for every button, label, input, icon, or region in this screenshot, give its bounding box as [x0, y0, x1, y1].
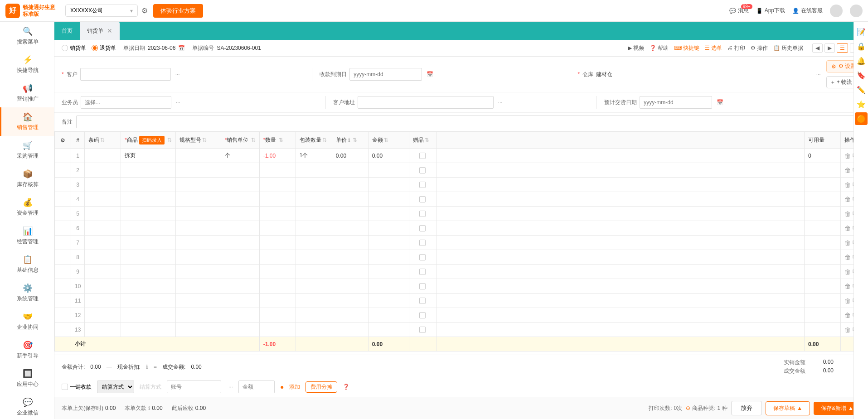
address-more-icon[interactable]: ··· — [498, 99, 503, 106]
row1-product[interactable]: 拆页 — [121, 149, 175, 163]
customer-address-input[interactable] — [358, 96, 494, 109]
right-panel-bell-icon[interactable]: 🔔 — [855, 54, 868, 67]
sidebar-item-purchase[interactable]: 🛒 采购管理 — [0, 136, 54, 164]
tab-sales-order[interactable]: 销货单 ✕ — [80, 22, 120, 40]
payment-account-input[interactable] — [167, 380, 221, 393]
tab-close-icon[interactable]: ✕ — [107, 27, 112, 34]
warehouse-more-icon[interactable]: ··· — [816, 71, 821, 77]
row3-delete-icon[interactable]: 🗑 — [844, 181, 851, 188]
row7-delete-icon[interactable]: 🗑 — [844, 239, 851, 246]
row4-delete-icon[interactable]: 🗑 — [844, 196, 851, 203]
calendar3-icon[interactable]: 📅 — [717, 99, 723, 106]
abandon-button[interactable]: 放弃 — [731, 401, 762, 415]
next-icon[interactable]: ▶ — [824, 43, 835, 53]
sort-pack-icon[interactable]: ⇅ — [322, 137, 327, 143]
row1-qty[interactable]: -1.00 — [259, 149, 296, 163]
row1-barcode[interactable] — [85, 149, 121, 163]
row9-gift-cb[interactable] — [419, 269, 426, 275]
row10-delete-icon[interactable]: 🗑 — [844, 283, 851, 290]
row5-gift-cb[interactable] — [419, 211, 426, 217]
row11-delete-icon[interactable]: 🗑 — [844, 297, 851, 304]
row1-price[interactable]: 0.00 — [332, 149, 368, 163]
sidebar-item-system[interactable]: ⚙️ 系统管理 — [0, 279, 54, 307]
calendar-icon[interactable]: 📅 — [178, 45, 185, 51]
row4-gift-cb[interactable] — [419, 196, 426, 202]
row8-delete-icon[interactable]: 🗑 — [844, 254, 851, 261]
fee-split-button[interactable]: 费用分摊 — [305, 381, 337, 393]
sort-spec-icon[interactable]: ⇅ — [202, 137, 207, 143]
right-panel-orange-icon[interactable]: 🟠 — [855, 112, 868, 125]
sidebar-item-quick-nav[interactable]: ⚡ 快捷导航 — [0, 50, 54, 79]
avatar2[interactable] — [850, 5, 863, 17]
right-panel-pencil-icon[interactable]: ✏️ — [855, 83, 868, 96]
add-btn-label[interactable]: 添加 — [289, 383, 300, 391]
video-btn[interactable]: ▶ 视频 — [628, 44, 644, 52]
one-click-pay-cb[interactable] — [62, 384, 68, 390]
prev-icon[interactable]: ◀ — [812, 43, 823, 53]
row3-gift-cb[interactable] — [419, 182, 426, 188]
add-icon[interactable]: ● — [280, 383, 284, 390]
one-click-pay-checkbox[interactable]: 一键收款 — [62, 383, 92, 391]
tab-home[interactable]: 首页 — [54, 22, 80, 40]
company-selector[interactable]: XXXXXX公司 ▾ — [65, 5, 138, 17]
radio-return[interactable]: 退货单 — [92, 44, 116, 52]
sidebar-item-wechat[interactable]: 💬 企业微信 — [0, 393, 54, 419]
print-btn[interactable]: 🖨 打印 — [727, 44, 745, 52]
gear-icon[interactable]: ⚙ — [60, 137, 65, 144]
right-panel-edit-icon[interactable]: 📝 — [855, 25, 868, 38]
history-btn[interactable]: 📋 历史单据 — [773, 44, 803, 52]
row1-delete-icon[interactable]: 🗑 — [844, 152, 851, 159]
help-btn[interactable]: ❓ 帮助 — [650, 44, 669, 52]
list-view-icon[interactable]: ☰ — [837, 43, 848, 53]
sort-product-icon[interactable]: ⇅ — [167, 137, 172, 143]
salesperson-input[interactable] — [81, 96, 171, 109]
app-download-btn[interactable]: 📱 App下载 — [756, 7, 785, 14]
row10-gift-cb[interactable] — [419, 283, 426, 289]
sort-unit-icon[interactable]: ⇅ — [251, 137, 256, 143]
row2-gift-cb[interactable] — [419, 167, 426, 173]
customer-more-icon[interactable]: ··· — [175, 71, 180, 77]
row12-gift-cb[interactable] — [419, 312, 426, 318]
receipt-date-input[interactable] — [349, 68, 422, 81]
row12-delete-icon[interactable]: 🗑 — [844, 312, 851, 319]
right-panel-bookmark-icon[interactable]: 🔖 — [855, 69, 868, 82]
row7-gift-cb[interactable] — [419, 240, 426, 246]
calc-method-select[interactable]: 结算方式 — [97, 380, 134, 393]
row11-gift-cb[interactable] — [419, 298, 426, 304]
sort-qty-icon[interactable]: ⇅ — [279, 137, 283, 143]
sidebar-item-apps[interactable]: 🔲 应用中心 — [0, 364, 54, 393]
radio-sales[interactable]: 销货单 — [62, 44, 86, 52]
sidebar-item-search[interactable]: 🔍 搜索菜单 — [0, 22, 54, 50]
avatar[interactable] — [830, 5, 843, 17]
row1-spec[interactable] — [175, 149, 221, 163]
row9-delete-icon[interactable]: 🗑 — [844, 268, 851, 275]
expected-date-input[interactable] — [640, 96, 712, 109]
scan-button[interactable]: 扫码录入 — [139, 136, 165, 144]
sidebar-item-marketing[interactable]: 📢 营销推广 — [0, 79, 54, 107]
row13-delete-icon[interactable]: 🗑 — [844, 326, 851, 333]
row2-delete-icon[interactable]: 🗑 — [844, 167, 851, 174]
row13-gift-cb[interactable] — [419, 327, 426, 333]
operate-btn[interactable]: ⚙ 操作 — [751, 44, 768, 52]
sidebar-item-basic[interactable]: 📋 基础信息 — [0, 250, 54, 279]
calendar2-icon[interactable]: 📅 — [427, 71, 433, 77]
row8-gift-cb[interactable] — [419, 254, 426, 260]
sort-amount-icon[interactable]: ⇅ — [384, 137, 388, 143]
right-panel-lock-icon[interactable]: 🔒 — [855, 40, 868, 53]
sort-barcode-icon[interactable]: ⇅ — [100, 137, 105, 143]
sidebar-item-sales[interactable]: 🏠 销售管理 — [0, 107, 54, 136]
sidebar-item-guide[interactable]: 🎯 新手引导 — [0, 336, 54, 364]
sidebar-item-collab[interactable]: 🤝 企业协同 — [0, 307, 54, 336]
row1-remark[interactable] — [436, 149, 804, 163]
trial-button[interactable]: 体验行业方案 — [153, 4, 203, 18]
row1-gift-cb[interactable] — [419, 153, 426, 159]
sort-gift-icon[interactable]: ⇅ — [425, 137, 429, 143]
sidebar-item-operation[interactable]: 📊 经营管理 — [0, 222, 54, 250]
select-btn[interactable]: ☰ 选单 — [705, 44, 722, 52]
account-more-icon[interactable]: ··· — [228, 384, 233, 390]
online-service-btn[interactable]: 👤 在线客服 — [792, 7, 823, 14]
shortcut-btn[interactable]: ⌨ 快捷键 — [674, 44, 699, 52]
row5-delete-icon[interactable]: 🗑 — [844, 210, 851, 217]
save-draft-button[interactable]: 保存草稿 ▲ — [766, 401, 810, 415]
messages-btn[interactable]: 💬 消息 99+ — [729, 7, 749, 14]
